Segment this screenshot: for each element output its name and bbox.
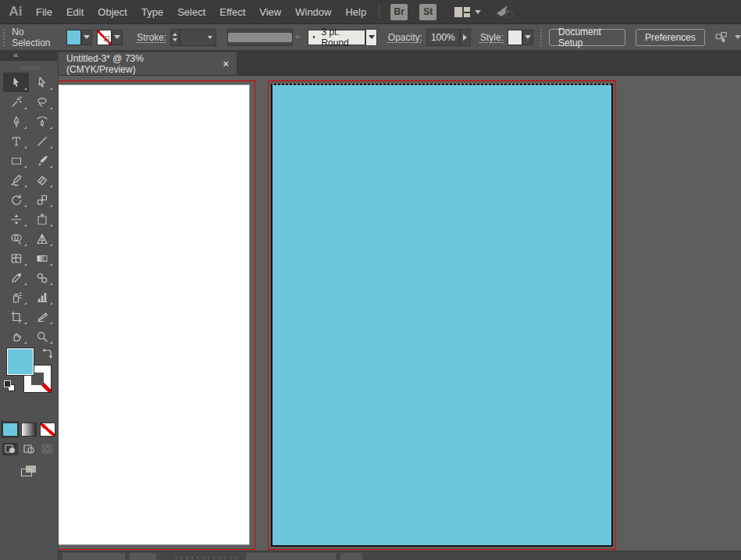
free-transform-tool-icon	[36, 213, 48, 226]
tool-selection[interactable]	[3, 73, 29, 92]
status-control[interactable]	[340, 553, 362, 560]
tool-curvature[interactable]	[29, 112, 55, 131]
fill-proxy-swatch[interactable]	[6, 348, 34, 376]
opacity-field[interactable]: 100%	[426, 29, 460, 46]
tools-panel-grip[interactable]	[19, 66, 39, 70]
tool-mesh[interactable]	[3, 248, 29, 268]
type-tool-icon	[10, 135, 23, 148]
chevron-down-icon	[735, 35, 741, 39]
artboard-2[interactable]	[271, 84, 613, 547]
perspective-grid-tool-icon	[36, 233, 48, 245]
brush-definition-field[interactable]: 3 pt. Round	[308, 30, 365, 45]
color-button[interactable]	[2, 423, 18, 437]
bridge-button[interactable]: Br	[390, 4, 408, 20]
style-dropdown[interactable]	[522, 30, 533, 45]
document-tab[interactable]: Untitled-3* @ 73% (CMYK/Preview) ×	[59, 52, 237, 75]
tool-slice[interactable]	[29, 307, 55, 326]
opacity-label[interactable]: Opacity:	[388, 32, 422, 43]
opacity-flyout[interactable]	[460, 29, 471, 46]
app-logo: Ai	[0, 4, 31, 20]
tool-width[interactable]	[3, 209, 29, 229]
fill-color-swatch[interactable]	[66, 30, 81, 45]
tool-lasso[interactable]	[29, 92, 55, 112]
tool-direct-selection[interactable]	[29, 73, 55, 92]
menu-help[interactable]: Help	[345, 6, 366, 18]
tool-eraser[interactable]	[29, 170, 55, 190]
menu-window[interactable]: Window	[295, 6, 331, 18]
workspace-switcher[interactable]	[454, 6, 481, 18]
tool-pen[interactable]	[3, 112, 29, 131]
stroke-weight-stepper[interactable]	[170, 29, 180, 46]
tools-panel-header[interactable]: «	[0, 50, 58, 61]
stepper-up-icon	[173, 33, 177, 36]
menu-edit[interactable]: Edit	[66, 6, 84, 18]
tool-rectangle[interactable]	[3, 151, 29, 170]
tool-eyedropper[interactable]	[3, 268, 29, 287]
tool-paintbrush[interactable]	[29, 151, 55, 170]
screen-mode-icon	[20, 465, 37, 477]
tool-shaper[interactable]	[3, 170, 29, 190]
zoom-level-dropdown[interactable]	[62, 553, 125, 560]
menu-effect[interactable]: Effect	[219, 6, 245, 18]
tool-symbol-sprayer[interactable]	[3, 287, 29, 307]
draw-normal-button[interactable]	[2, 443, 18, 455]
default-fill-stroke-icon[interactable]	[4, 380, 16, 393]
tools-grid	[0, 73, 58, 346]
tools-panel: «	[0, 50, 59, 560]
brush-definition-dropdown[interactable]	[365, 29, 376, 46]
tool-free-transform[interactable]	[29, 209, 55, 229]
status-display-control[interactable]	[246, 553, 336, 560]
tool-line-segment[interactable]	[29, 131, 55, 151]
tool-column-graph[interactable]	[29, 287, 55, 307]
draw-behind-button[interactable]	[21, 443, 37, 455]
document-setup-button[interactable]: Document Setup	[549, 29, 625, 46]
tool-hand[interactable]	[3, 326, 29, 346]
close-icon[interactable]: ×	[223, 58, 229, 70]
column-graph-tool-icon	[36, 291, 48, 304]
rectangle-tool-icon	[10, 155, 23, 167]
menu-select[interactable]: Select	[177, 6, 205, 18]
tool-scale[interactable]	[29, 190, 55, 209]
rotate-tool-icon	[10, 194, 23, 206]
slice-tool-icon	[36, 311, 48, 323]
canvas-area[interactable]	[59, 75, 741, 551]
width-profile-select[interactable]	[227, 29, 293, 46]
tool-artboard[interactable]	[3, 307, 29, 326]
tool-rotate[interactable]	[3, 190, 29, 209]
select-similar-icon[interactable]	[715, 30, 729, 45]
style-swatch[interactable]	[508, 30, 522, 45]
tool-blend[interactable]	[29, 268, 55, 287]
swap-fill-stroke-icon[interactable]	[41, 348, 53, 360]
menu-file[interactable]: File	[36, 6, 52, 18]
gradient-button[interactable]	[21, 423, 37, 437]
style-label[interactable]: Style:	[480, 32, 504, 43]
selection-status: No Selection	[12, 27, 55, 48]
mesh-tool-icon	[10, 252, 23, 265]
stroke-weight-combo[interactable]	[180, 29, 216, 46]
stock-button[interactable]: St	[419, 4, 436, 20]
stroke-color-swatch[interactable]	[97, 30, 112, 45]
sync-icon[interactable]	[495, 4, 515, 20]
stroke-label[interactable]: Stroke:	[137, 32, 166, 43]
tool-magic-wand[interactable]	[3, 92, 29, 112]
none-button[interactable]	[40, 423, 55, 437]
artboard-1[interactable]	[59, 84, 250, 545]
chevron-down-icon	[208, 36, 212, 39]
screen-mode-button[interactable]	[0, 465, 58, 477]
stroke-color-dropdown[interactable]	[112, 30, 123, 45]
paintbrush-tool-icon	[36, 155, 48, 167]
menu-object[interactable]: Object	[98, 6, 127, 18]
tool-type[interactable]	[3, 131, 29, 151]
tool-perspective-grid[interactable]	[29, 229, 55, 248]
preferences-button[interactable]: Preferences	[636, 29, 705, 46]
tool-gradient[interactable]	[29, 248, 55, 268]
tool-shape-builder[interactable]	[3, 229, 29, 248]
panel-grip[interactable]	[2, 28, 5, 47]
tool-zoom[interactable]	[29, 326, 55, 346]
collapse-panel-icon[interactable]: «	[13, 50, 17, 59]
fill-color-dropdown[interactable]	[81, 30, 92, 45]
menu-view[interactable]: View	[259, 6, 281, 18]
eyedropper-tool-icon	[10, 272, 23, 284]
artboard-nav-control[interactable]	[130, 553, 156, 560]
menu-type[interactable]: Type	[141, 6, 163, 18]
